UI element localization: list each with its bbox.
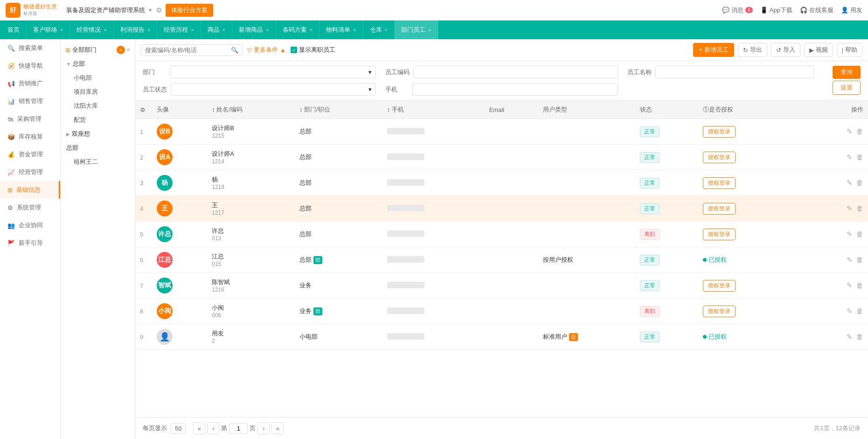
- auth-button[interactable]: 授权登录: [703, 229, 736, 240]
- sidebar-item-marketing[interactable]: 📢 营销推广: [0, 75, 60, 92]
- nav-item-profit[interactable]: 利润报告 ×: [114, 21, 157, 39]
- auth-button[interactable]: 授权登录: [703, 306, 736, 317]
- app-download-btn[interactable]: 📱 App下载: [760, 6, 792, 14]
- dept-tree-item-zongbu[interactable]: 总部: [61, 141, 135, 155]
- all-dept-btn[interactable]: ⊞ 全部部门: [65, 46, 97, 54]
- empname-filter-input[interactable]: [655, 66, 814, 78]
- online-service-btn[interactable]: 🎧 在线客服: [800, 6, 833, 14]
- dept-filter-select[interactable]: ▾: [170, 66, 376, 78]
- gear-icon[interactable]: ⚙: [156, 6, 162, 14]
- dept-tree-item-general[interactable]: ▼ 总部: [61, 57, 135, 71]
- status-filter-select[interactable]: ▾: [171, 83, 376, 96]
- dept-tree-item-projroom[interactable]: 项目库房: [61, 85, 135, 99]
- dept-tree-item-peihuo[interactable]: 配货: [61, 113, 135, 127]
- row-auth[interactable]: 授权登录: [698, 273, 790, 299]
- edit-icon[interactable]: ✎: [847, 179, 853, 187]
- close-icon[interactable]: ×: [60, 27, 63, 33]
- row-auth[interactable]: 授权登录: [698, 170, 790, 196]
- col-settings[interactable]: ⚙: [135, 101, 152, 119]
- close-icon[interactable]: ×: [310, 27, 312, 33]
- delete-icon[interactable]: 🗑: [856, 127, 863, 136]
- close-icon[interactable]: ×: [147, 27, 150, 33]
- next-page-btn[interactable]: ›: [257, 422, 270, 434]
- sidebar-item-finance[interactable]: 💰 资金管理: [0, 146, 60, 163]
- dept-tree-item-xdept[interactable]: 小电部: [61, 71, 135, 85]
- import-button[interactable]: ↺ 导入: [771, 43, 800, 57]
- auth-button[interactable]: 授权登录: [703, 126, 736, 138]
- close-icon[interactable]: ×: [104, 27, 106, 33]
- auth-button[interactable]: 授权登录: [703, 203, 736, 215]
- delete-icon[interactable]: 🗑: [856, 333, 863, 341]
- nav-item-goods[interactable]: 商品 ×: [201, 21, 232, 39]
- message-btn[interactable]: 💬 消息 6: [722, 6, 753, 14]
- row-auth[interactable]: 授权登录: [698, 119, 790, 145]
- add-dept-btn[interactable]: +: [117, 46, 125, 54]
- nav-item-bom[interactable]: 物料清单 ×: [319, 21, 363, 39]
- nav-item-history[interactable]: 经营历程 ×: [157, 21, 201, 39]
- edit-icon[interactable]: ✎: [847, 204, 853, 213]
- close-icon[interactable]: ×: [353, 27, 356, 33]
- close-icon[interactable]: ×: [266, 27, 269, 33]
- nav-item-barcode[interactable]: 条码方案 ×: [276, 21, 319, 39]
- row-auth[interactable]: 授权登录: [698, 299, 790, 324]
- sidebar-item-collab[interactable]: 👥 企业协同: [0, 216, 60, 234]
- delete-icon[interactable]: 🗑: [856, 256, 863, 264]
- edit-icon[interactable]: ✎: [847, 230, 853, 238]
- delete-icon[interactable]: 🗑: [856, 204, 863, 213]
- nav-item-customer[interactable]: 客户联络 ×: [27, 21, 70, 39]
- sidebar-item-sales[interactable]: 📊 销售管理: [0, 92, 60, 110]
- page-input[interactable]: [229, 423, 248, 434]
- sidebar-item-system[interactable]: ⚙ 系统管理: [0, 199, 60, 216]
- sidebar-item-guide[interactable]: 🚩 新手引导: [0, 234, 60, 252]
- search-input-wrap[interactable]: 🔍: [141, 44, 243, 56]
- empcode-filter-input[interactable]: [413, 66, 618, 78]
- sidebar-item-nav[interactable]: 🧭 快捷导航: [0, 57, 60, 75]
- close-icon[interactable]: ×: [385, 27, 388, 33]
- collapse-dept-btn[interactable]: «: [127, 46, 130, 54]
- edit-icon[interactable]: ✎: [847, 281, 853, 290]
- close-icon[interactable]: ×: [428, 27, 431, 33]
- close-icon[interactable]: ×: [191, 27, 194, 33]
- dept-tree-item-shenyang[interactable]: 沈阳大库: [61, 99, 135, 113]
- dropdown-arrow-icon[interactable]: ▾: [149, 7, 152, 14]
- delete-icon[interactable]: 🗑: [856, 179, 863, 187]
- prev-page-btn[interactable]: ‹: [207, 422, 219, 434]
- page-size-value[interactable]: 50: [171, 423, 186, 434]
- delete-icon[interactable]: 🗑: [856, 307, 863, 315]
- row-auth[interactable]: 授权登录: [698, 222, 790, 247]
- nav-item-operation[interactable]: 经营情况 ×: [70, 21, 113, 39]
- export-button[interactable]: ↻ 导出: [738, 43, 767, 57]
- row-auth[interactable]: 授权登录: [698, 145, 790, 170]
- nav-item-home[interactable]: 首页: [0, 21, 27, 39]
- nav-item-add-goods[interactable]: 新增商品 ×: [232, 21, 276, 39]
- last-page-btn[interactable]: »: [271, 422, 284, 434]
- reset-button[interactable]: 设置: [833, 81, 861, 95]
- help-button[interactable]: | 帮助: [837, 43, 862, 57]
- sidebar-item-basic-info[interactable]: ⊞ 基础信息: [0, 181, 60, 199]
- search-input[interactable]: [145, 47, 229, 54]
- edit-icon[interactable]: ✎: [847, 307, 853, 315]
- edit-icon[interactable]: ✎: [847, 127, 853, 136]
- sidebar-item-business[interactable]: 📈 经营管理: [0, 163, 60, 181]
- show-resigned-toggle[interactable]: ✓ 显示离职员工: [291, 46, 335, 54]
- user-avatar[interactable]: 👤 用友: [841, 6, 862, 14]
- row-auth[interactable]: 授权登录: [698, 196, 790, 222]
- dept-tree-item-zhishu[interactable]: 植树王二: [61, 155, 135, 169]
- sidebar-item-search[interactable]: 🔍 搜索菜单: [0, 39, 60, 57]
- auth-button[interactable]: 授权登录: [703, 280, 736, 292]
- view-button[interactable]: ▶ 视频: [804, 43, 833, 57]
- auth-button[interactable]: 授权登录: [703, 177, 736, 189]
- sidebar-item-purchase[interactable]: 🛍 采购管理: [0, 110, 60, 128]
- more-filter-btn[interactable]: ▽ 更多条件 ▲: [247, 46, 286, 54]
- dept-tree-item-shuangzuo[interactable]: ▶ 双座想: [61, 127, 135, 141]
- close-icon[interactable]: ×: [222, 27, 225, 33]
- auth-button[interactable]: 授权登录: [703, 152, 736, 163]
- delete-icon[interactable]: 🗑: [856, 281, 863, 290]
- first-page-btn[interactable]: «: [193, 422, 205, 434]
- nav-item-warehouse[interactable]: 仓库 ×: [363, 21, 395, 39]
- edit-icon[interactable]: ✎: [847, 256, 853, 264]
- delete-icon[interactable]: 🗑: [856, 153, 863, 161]
- query-button[interactable]: 查询: [833, 66, 861, 79]
- edit-icon[interactable]: ✎: [847, 153, 853, 161]
- sidebar-item-stock[interactable]: 📦 库存核算: [0, 128, 60, 146]
